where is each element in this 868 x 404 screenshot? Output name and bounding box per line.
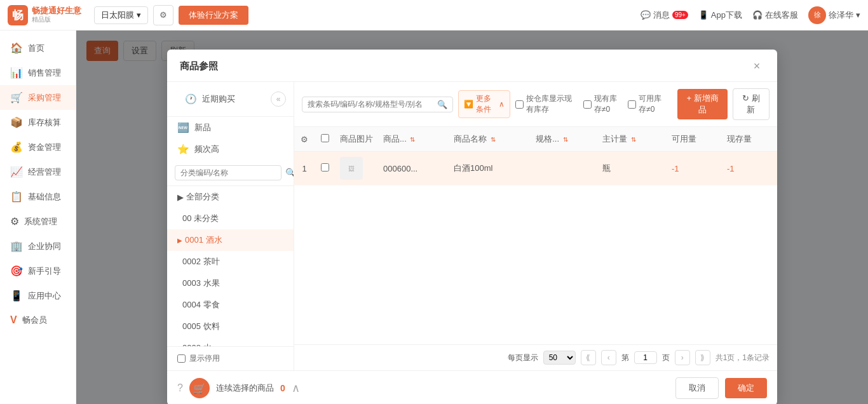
sidebar-item-home[interactable]: 🏠 首页	[0, 36, 76, 60]
col-code[interactable]: 商品... ⇅	[378, 127, 449, 152]
footer-collapse-icon[interactable]: ∧	[292, 381, 300, 395]
sidebar-item-guide[interactable]: 🎯 新手引导	[0, 259, 76, 283]
home-icon: 🏠	[10, 42, 23, 54]
first-page-button[interactable]: ⟪	[581, 350, 596, 365]
row-checkbox[interactable]	[321, 163, 329, 172]
sidebar-item-basic[interactable]: 📋 基础信息	[0, 184, 76, 209]
category-unclassified[interactable]: 00 未分类	[167, 208, 294, 229]
select-all-checkbox[interactable]	[321, 134, 329, 142]
table-row[interactable]: 1 🖼	[294, 152, 777, 185]
modal-close-button[interactable]: ×	[749, 58, 764, 74]
quick-frequent[interactable]: ⭐ 频次高	[167, 138, 294, 160]
current-page-input[interactable]	[634, 351, 657, 364]
page-size-select[interactable]: 50 10 20 100	[543, 351, 576, 365]
service-button[interactable]: 🎧 在线客服	[752, 10, 798, 21]
category-water[interactable]: 0008 水	[167, 337, 294, 346]
store-dropdown-icon: ▾	[137, 10, 141, 20]
cart-icon: 🛒	[193, 382, 206, 394]
sidebar-item-purchase[interactable]: 🛒 采购管理	[0, 85, 76, 110]
logo-area: 畅 畅捷通好生意 精品版	[8, 5, 81, 25]
add-product-button[interactable]: + 新增商品	[677, 89, 727, 119]
show-disabled-checkbox[interactable]	[177, 354, 186, 363]
next-page-button[interactable]: ›	[675, 350, 690, 365]
category-tea[interactable]: 0002 茶叶	[167, 251, 294, 273]
message-button[interactable]: 💬 消息 99+	[641, 10, 688, 21]
category-fruit[interactable]: 0003 水果	[167, 273, 294, 294]
top-nav: 畅 畅捷通好生意 精品版 日太阳膜 ▾ ⚙ 体验行业方案 💬 消息 99+ 📱 …	[0, 0, 868, 30]
sort-code-icon: ⇅	[410, 136, 415, 143]
message-badge: 99+	[672, 11, 688, 19]
sidebar-item-enterprise[interactable]: 🏢 企业协同	[0, 234, 76, 259]
show-disabled-row[interactable]: 显示停用	[167, 346, 294, 370]
product-search-input[interactable]	[308, 100, 435, 109]
sidebar-item-inventory[interactable]: 📦 库存核算	[0, 110, 76, 135]
message-icon: 💬	[641, 10, 651, 20]
filter-stock-checkbox[interactable]	[583, 100, 592, 109]
user-menu[interactable]: 徐 徐泽华 ▾	[808, 6, 860, 24]
modal-footer: ? 🛒 连续选择的商品 0 ∧ 取消 确定	[167, 370, 777, 404]
filter-stock-text: 现有库存≠0	[594, 93, 623, 115]
col-spec-label: 规格...	[536, 134, 559, 144]
row-image-cell: 🖼	[335, 152, 378, 185]
trial-button[interactable]: 体验行业方案	[179, 6, 248, 25]
filter-avail-text: 可用库存≠0	[639, 93, 667, 115]
category-all[interactable]: ▶ 全部分类	[167, 186, 294, 208]
sidebar-item-finance[interactable]: 💰 资金管理	[0, 135, 76, 159]
filter-avail-checkbox[interactable]	[628, 100, 636, 109]
quick-new[interactable]: 🆕 新品	[167, 117, 294, 138]
filter-warehouse-checkbox[interactable]	[515, 100, 524, 109]
headset-icon: 🎧	[752, 10, 763, 20]
left-panel-top: 🕐 近期购买 «	[167, 82, 294, 117]
confirm-button[interactable]: 确定	[725, 378, 767, 398]
modal-title: 商品参照	[180, 60, 218, 72]
search-icon[interactable]: 🔍	[437, 100, 447, 109]
finance-icon: 💰	[10, 141, 23, 153]
show-disabled-label: 显示停用	[189, 353, 220, 364]
refresh-button[interactable]: ↻ 刷新	[733, 88, 770, 120]
cart-button[interactable]: 🛒	[189, 378, 210, 398]
col-unit[interactable]: 主计量 ⇅	[597, 127, 667, 152]
modal-body: 🕐 近期购买 « 🆕 新品 ⭐ 频次高	[167, 82, 777, 370]
user-dropdown-icon: ▾	[856, 10, 860, 20]
logo-sub: 精品版	[32, 15, 81, 24]
category-beverage[interactable]: 0005 饮料	[167, 316, 294, 337]
continuous-label: 连续选择的商品	[216, 382, 274, 394]
category-liquor[interactable]: ▶ 0001 酒水	[167, 229, 294, 251]
settings-button[interactable]: ⚙	[153, 5, 173, 25]
clock-icon: 🕐	[185, 93, 197, 105]
inventory-icon: 📦	[10, 116, 23, 128]
sidebar-item-member[interactable]: V 畅会员	[0, 308, 76, 332]
modal-header: 商品参照 ×	[167, 50, 777, 82]
prev-page-button[interactable]: ‹	[601, 350, 616, 365]
cancel-button[interactable]: 取消	[675, 377, 719, 399]
col-settings[interactable]: ⚙	[294, 127, 315, 152]
sidebar-item-system[interactable]: ⚙ 系统管理	[0, 209, 76, 234]
page-size-label: 每页显示	[508, 353, 538, 363]
last-page-button[interactable]: ⟫	[695, 350, 710, 365]
app-download-button[interactable]: 📱 App下载	[698, 10, 742, 21]
page-suffix: 页	[662, 353, 670, 363]
sidebar-item-operation[interactable]: 📈 经营管理	[0, 159, 76, 184]
filter-avail-label[interactable]: 可用库存≠0	[628, 93, 667, 115]
quick-recent[interactable]: 🕐 近期购买	[175, 88, 245, 110]
category-search-input[interactable]	[175, 165, 281, 180]
sidebar-item-apps[interactable]: 📱 应用中心	[0, 283, 76, 308]
col-spec[interactable]: 规格... ⇅	[531, 127, 597, 152]
logo-icon: 畅	[8, 5, 28, 25]
product-reference-modal: 商品参照 × 🕐 近期购买 «	[167, 50, 777, 404]
app-label: App下载	[711, 10, 742, 21]
more-filter-button[interactable]: 🔽 更多条件 ∧	[458, 90, 510, 118]
category-search-icon[interactable]: 🔍	[285, 168, 294, 178]
product-search-box: 🔍	[302, 97, 453, 112]
category-snack[interactable]: 0004 零食	[167, 294, 294, 316]
quick-frequent-label: 频次高	[194, 144, 219, 155]
collapse-left-button[interactable]: «	[271, 91, 286, 107]
help-icon[interactable]: ?	[177, 382, 183, 394]
filter-stock-label[interactable]: 现有库存≠0	[583, 93, 623, 115]
store-selector[interactable]: 日太阳膜 ▾	[94, 6, 148, 24]
sidebar-item-sales[interactable]: 📊 销售管理	[0, 60, 76, 85]
filter-warehouse-label[interactable]: 按仓库显示现有库存	[515, 93, 578, 115]
left-panel: 🕐 近期购买 « 🆕 新品 ⭐ 频次高	[167, 82, 294, 370]
col-name[interactable]: 商品名称 ⇅	[449, 127, 531, 152]
gear-icon: ⚙	[159, 10, 167, 20]
